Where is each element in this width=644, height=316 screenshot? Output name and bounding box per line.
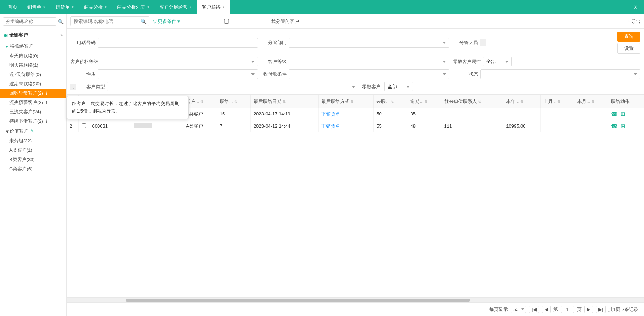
- scroll-thumb[interactable]: [126, 299, 470, 302]
- sidebar-item-already-lost[interactable]: 已流失客户(24): [0, 107, 66, 117]
- export-button[interactable]: ↑ 导出: [628, 18, 641, 25]
- info-icon-lost[interactable]: ℹ: [46, 100, 47, 105]
- sidebar-search-input[interactable]: [3, 17, 56, 26]
- search-input[interactable]: [70, 16, 149, 26]
- chevron-down-icon: ▾: [177, 19, 180, 24]
- nav-purchase[interactable]: 进货单 ×: [51, 0, 79, 14]
- row-checkbox-2[interactable]: [82, 123, 86, 128]
- cell-last-contact-method-2[interactable]: 下销货单: [318, 120, 374, 132]
- page-number-input[interactable]: [561, 306, 574, 313]
- cell-no-contact-2: 55: [374, 120, 407, 132]
- customer-grade-label: 客户等级: [261, 58, 287, 65]
- window-close-button[interactable]: ×: [630, 4, 641, 11]
- cell-last-contact-method-1[interactable]: 下销货单: [318, 108, 374, 120]
- close-goods-analysis-tab[interactable]: ×: [105, 5, 107, 10]
- status-select[interactable]: [480, 69, 640, 79]
- more-dots-btn[interactable]: ...: [70, 84, 76, 90]
- grid-action-icon-1[interactable]: ⊞: [621, 111, 625, 117]
- filter-price-grade: 客户价格等级: [70, 57, 258, 66]
- nav-goods-analysis-list[interactable]: 商品分析列表 ×: [112, 0, 154, 14]
- sidebar-item-7days[interactable]: 近7天待联络(0): [0, 70, 66, 79]
- my-customer-checkbox[interactable]: [184, 19, 270, 24]
- col-last-contact-date-header: 最后联络日期⇅: [250, 95, 318, 108]
- col-year-sales-header: 本年...⇅: [503, 95, 540, 108]
- col-contact-count-header: 联络...⇅: [217, 95, 250, 108]
- sidebar-item-tomorrow[interactable]: 明天待联络(1): [0, 61, 66, 70]
- price-grade-label: 客户价格等级: [70, 58, 98, 65]
- customer-type-select[interactable]: [107, 82, 358, 91]
- edit-value-icon[interactable]: ✎: [31, 129, 34, 134]
- filter-gender: 性质: [70, 69, 258, 79]
- page-unit: 页: [577, 306, 582, 313]
- person-dots-btn[interactable]: ...: [480, 39, 486, 46]
- filter-icon: ▽: [153, 19, 157, 24]
- name-blur-2: [134, 123, 152, 128]
- sidebar-item-today[interactable]: 今天待联络(0): [0, 51, 66, 61]
- cell-contact-count-2: 7: [217, 120, 250, 132]
- last-page-btn[interactable]: ▶|: [596, 306, 606, 313]
- cell-this-month-2: [574, 120, 608, 132]
- nav-customer-layered[interactable]: 客户分层经营 ×: [154, 0, 197, 14]
- sidebar-search-icon[interactable]: 🔍: [58, 19, 64, 24]
- phone-input[interactable]: [98, 38, 258, 48]
- cell-last-contact-date-2: 2023-04-12 14:44:: [250, 120, 318, 132]
- sidebar-item-c-class[interactable]: C类客户(6): [0, 164, 66, 174]
- grid-action-icon-2[interactable]: ⊞: [621, 123, 625, 129]
- sidebar-item-a-class[interactable]: A类客户(1): [0, 146, 66, 155]
- close-customer-layered-tab[interactable]: ×: [189, 5, 192, 10]
- settings-button[interactable]: 设置: [617, 43, 640, 54]
- phone-action-icon-1[interactable]: ☎: [611, 111, 618, 117]
- nav-sales[interactable]: 销售单 ×: [22, 0, 51, 14]
- close-sales-tab[interactable]: ×: [43, 5, 46, 10]
- gender-select[interactable]: [98, 69, 258, 79]
- filter-person: 分管人员 ... 查询 设置: [453, 32, 640, 54]
- info-icon-down[interactable]: ℹ: [46, 119, 47, 123]
- close-goods-list-tab[interactable]: ×: [147, 5, 149, 10]
- more-conditions-btn[interactable]: ▽ 更多条件 ▾: [153, 18, 180, 25]
- sidebar-item-lost-pre[interactable]: 流失预警客户(3) ℹ: [0, 98, 66, 107]
- cell-contact-person-1: [441, 108, 503, 120]
- sidebar-item-repurchase-abnormal[interactable]: 回购异常客户(2) ℹ: [0, 89, 66, 98]
- dept-select[interactable]: [289, 38, 449, 48]
- nav-goods-analysis[interactable]: 商品分析 ×: [79, 0, 112, 14]
- search-wrap: 🔍: [70, 16, 149, 26]
- pay-term-select[interactable]: [289, 69, 449, 79]
- cell-actions-2: ☎ ⊞: [608, 120, 644, 132]
- search-icon[interactable]: 🔍: [140, 19, 147, 24]
- customer-grade-select[interactable]: [289, 57, 449, 66]
- query-button[interactable]: 查询: [617, 32, 640, 42]
- pagination-footer: 每页显示 50 |◀ ◀ 第 页 ▶ ▶| 共1页 2条记录: [67, 302, 644, 316]
- sidebar-item-b-class[interactable]: B类客户(33): [0, 155, 66, 164]
- sidebar-item-continuous-down[interactable]: 持续下滑客户(2) ℹ: [0, 117, 66, 126]
- action-icons-1: ☎ ⊞: [611, 111, 641, 117]
- zero-attr-select[interactable]: 全部: [483, 57, 512, 66]
- col-contact-person-header: 往来单位联系人⇅: [441, 95, 503, 108]
- close-purchase-tab[interactable]: ×: [71, 5, 74, 10]
- arrow-down-icon2: ▼: [5, 129, 10, 134]
- page-size-select[interactable]: 50: [511, 306, 526, 313]
- phone-label: 电话号码: [70, 39, 96, 46]
- first-page-btn[interactable]: |◀: [529, 306, 539, 313]
- next-page-btn[interactable]: ▶: [584, 306, 593, 313]
- price-grade-select[interactable]: [101, 57, 258, 66]
- nav-customer-contact[interactable]: 客户联络 ×: [197, 0, 230, 14]
- page-label: 第: [553, 306, 558, 313]
- sidebar-item-overdue[interactable]: 逾期未联络(30): [0, 79, 66, 89]
- filter-form: 电话号码 分管部门 分管人员 ... 查询 设置: [67, 29, 644, 95]
- close-customer-contact-tab[interactable]: ×: [222, 5, 225, 10]
- col-actions-header: 联络动作: [608, 95, 644, 108]
- info-icon[interactable]: ℹ: [46, 91, 47, 95]
- sidebar-collapse-btn[interactable]: »: [60, 33, 63, 38]
- prev-page-btn[interactable]: ◀: [542, 306, 551, 313]
- sidebar-pending-contact-group[interactable]: ▼ 待联络客户: [0, 41, 66, 51]
- cell-checkbox-2[interactable]: [78, 120, 89, 132]
- sidebar-item-ungroup[interactable]: 未分组(32): [0, 136, 66, 146]
- zero-customer-select[interactable]: 全部: [384, 82, 413, 91]
- action-icons-2: ☎ ⊞: [611, 123, 641, 129]
- table-row: 2 000031 A类客户 7 2023-04-12 14:44: 下销货单 5…: [67, 120, 644, 132]
- nav-home[interactable]: 首页: [3, 0, 22, 14]
- sidebar-value-customer-group[interactable]: ▼ 价值客户 ✎: [0, 126, 66, 136]
- col-last-contact-method-header: 最后联络方式⇅: [318, 95, 374, 108]
- phone-action-icon-2[interactable]: ☎: [611, 123, 618, 129]
- horizontal-scrollbar[interactable]: [67, 297, 644, 302]
